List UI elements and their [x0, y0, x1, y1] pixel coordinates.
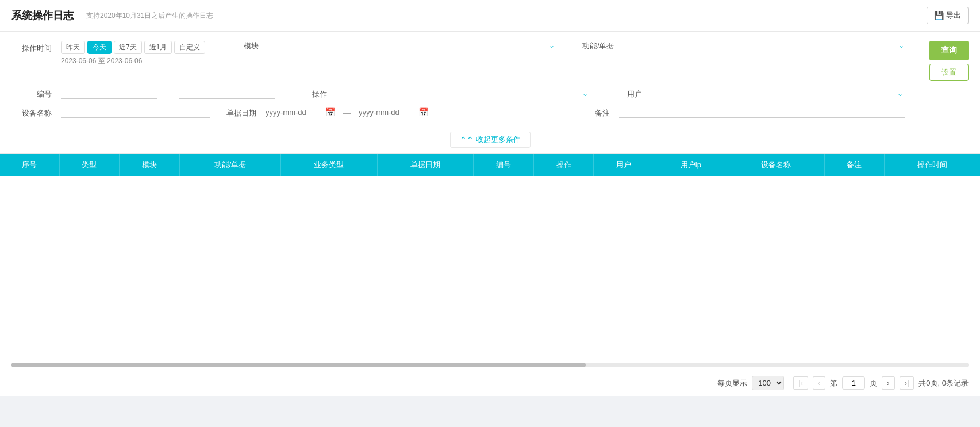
col-seq: 序号 — [0, 154, 59, 176]
page-unit-label: 页 — [870, 378, 877, 388]
total-info: 共0页, 0条记录 — [918, 378, 969, 388]
device-input-wrapper — [61, 109, 210, 118]
page-text-label: 第 — [830, 378, 837, 388]
time-buttons: 昨天 今天 近7天 近1月 自定义 — [61, 41, 205, 54]
scrollbar-thumb[interactable] — [11, 363, 586, 367]
user-label: 用户 — [602, 89, 642, 99]
col-type: 类型 — [59, 154, 119, 176]
page-header: 系统操作日志 支持2020年10月31日之后产生的操作日志 💾 导出 — [0, 0, 980, 32]
col-remark: 备注 — [824, 154, 884, 176]
operation-select-wrapper: ⌄ — [336, 89, 590, 99]
col-module: 模块 — [120, 154, 179, 176]
collapse-chevron-icon: ⌃⌃ — [460, 135, 474, 144]
module-select-wrapper: ⌄ — [268, 41, 557, 51]
page-prev-button[interactable]: ‹ — [813, 376, 825, 390]
table-area: 序号 类型 模块 功能/单据 业务类型 单据日期 编号 操作 用户 用户ip 设… — [0, 154, 980, 360]
pagination-bar: 每页显示 100 50 200 |‹ ‹ 第 页 › ›| 共0页, 0条记录 — [0, 370, 980, 396]
time-btn-1month[interactable]: 近1月 — [144, 41, 172, 54]
col-device: 设备名称 — [728, 154, 824, 176]
number-dash: — — [164, 90, 172, 99]
function-label: 功能/单据 — [568, 41, 614, 51]
export-icon: 💾 — [934, 11, 944, 20]
time-range-display: 2023-06-06 至 2023-06-06 — [61, 56, 205, 66]
col-function: 功能/单据 — [179, 154, 280, 176]
page-title: 系统操作日志 — [11, 9, 74, 22]
number-label: 编号 — [11, 89, 52, 99]
user-select[interactable] — [651, 89, 905, 98]
horizontal-scrollbar[interactable] — [11, 363, 969, 367]
time-btn-7days[interactable]: 近7天 — [114, 41, 142, 54]
date-dash: — — [343, 109, 351, 117]
collapse-label: 收起更多条件 — [476, 134, 521, 145]
scrollbar-area — [0, 360, 980, 370]
settings-button[interactable]: 设置 — [929, 64, 969, 81]
date-end-input[interactable] — [359, 108, 416, 117]
module-label: 模块 — [218, 41, 259, 51]
function-select[interactable] — [624, 41, 907, 49]
function-select-wrapper: ⌄ — [624, 41, 907, 51]
col-date: 单据日期 — [377, 154, 474, 176]
remark-input[interactable] — [619, 109, 906, 117]
user-select-wrapper: ⌄ — [651, 89, 905, 99]
per-page-label: 每页显示 — [717, 378, 747, 388]
data-table: 序号 类型 模块 功能/单据 业务类型 单据日期 编号 操作 用户 用户ip 设… — [0, 154, 980, 176]
col-userip: 用户ip — [654, 154, 728, 176]
page-number-input[interactable] — [842, 376, 865, 390]
query-button[interactable]: 查询 — [929, 41, 969, 60]
page-first-button[interactable]: |‹ — [793, 376, 808, 390]
number-input2-wrapper — [179, 90, 275, 99]
col-biztype: 业务类型 — [281, 154, 378, 176]
col-number: 编号 — [474, 154, 533, 176]
time-label: 操作时间 — [11, 43, 52, 53]
empty-state — [0, 176, 980, 360]
time-btn-custom[interactable]: 自定义 — [174, 41, 205, 54]
table-header: 序号 类型 模块 功能/单据 业务类型 单据日期 编号 操作 用户 用户ip 设… — [0, 154, 980, 176]
page-subtitle: 支持2020年10月31日之后产生的操作日志 — [86, 11, 213, 21]
date-label: 单据日期 — [222, 108, 256, 118]
date-end-wrapper: 📅 — [359, 107, 428, 118]
time-btn-yesterday[interactable]: 昨天 — [61, 41, 85, 54]
table-header-row: 序号 类型 模块 功能/单据 业务类型 单据日期 编号 操作 用户 用户ip 设… — [0, 154, 980, 176]
export-button[interactable]: 💾 导出 — [927, 7, 969, 24]
collapse-button[interactable]: ⌃⌃ 收起更多条件 — [450, 132, 531, 148]
calendar-end-icon[interactable]: 📅 — [418, 107, 428, 117]
device-input[interactable] — [61, 109, 210, 117]
page-next-button[interactable]: › — [882, 376, 894, 390]
collapse-section: ⌃⌃ 收起更多条件 — [0, 128, 980, 154]
module-select[interactable] — [268, 41, 557, 49]
action-buttons: 查询 设置 — [918, 41, 969, 81]
page-size-select[interactable]: 100 50 200 — [752, 376, 784, 390]
device-label: 设备名称 — [11, 108, 52, 118]
number-input1-wrapper — [61, 90, 157, 99]
number-input2[interactable] — [179, 90, 275, 98]
col-user: 用户 — [594, 154, 654, 176]
filter-area: 操作时间 昨天 今天 近7天 近1月 自定义 2023-06-06 至 2023… — [0, 32, 980, 128]
time-btn-today[interactable]: 今天 — [87, 41, 112, 54]
col-optime: 操作时间 — [884, 154, 980, 176]
remark-input-wrapper — [619, 109, 906, 118]
date-start-input[interactable] — [266, 108, 323, 117]
calendar-start-icon[interactable]: 📅 — [325, 107, 335, 117]
export-label: 导出 — [946, 10, 961, 21]
remark-label: 备注 — [570, 108, 610, 118]
operation-select[interactable] — [336, 89, 590, 98]
number-input1[interactable] — [61, 90, 157, 98]
date-start-wrapper: 📅 — [266, 107, 335, 118]
col-operation: 操作 — [533, 154, 593, 176]
operation-label: 操作 — [287, 89, 327, 99]
page-last-button[interactable]: ›| — [900, 376, 914, 390]
